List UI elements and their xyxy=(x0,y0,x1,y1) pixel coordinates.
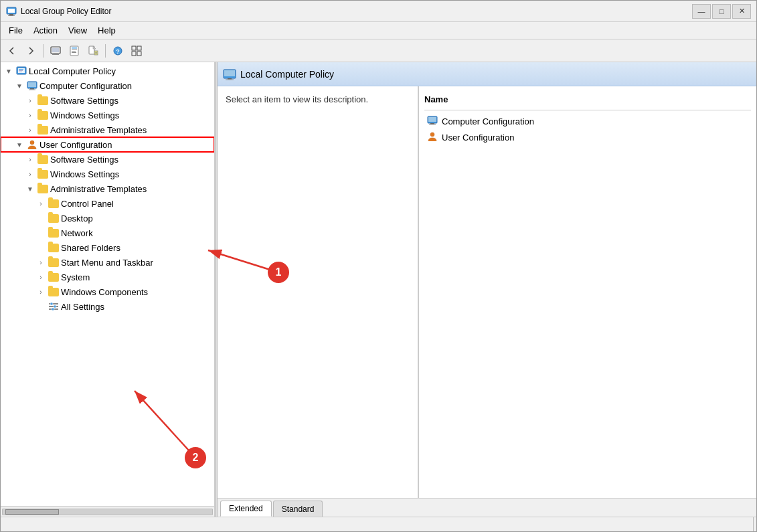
list-item-icon-user xyxy=(427,131,438,144)
node-label-desktop: Desktop xyxy=(61,213,93,224)
tree-node-start-menu[interactable]: › Start Menu and Taskbar xyxy=(1,255,214,270)
svg-rect-42 xyxy=(428,117,436,122)
expand-icon-ws1: › xyxy=(25,110,35,120)
expand-icon-dt xyxy=(35,213,46,224)
content-panel: Local Computer Policy Select an item to … xyxy=(218,62,756,517)
description-text: Select an item to view its description. xyxy=(226,94,368,104)
list-item-label-user: User Configuration xyxy=(442,132,514,143)
tree-node-system[interactable]: › System xyxy=(1,270,214,284)
svg-rect-5 xyxy=(52,48,59,52)
tree-node-software-settings-1[interactable]: › Software Settings xyxy=(1,93,214,108)
folder-icon-ss2 xyxy=(37,154,48,165)
node-label-local-computer-policy: Local Computer Policy xyxy=(29,66,116,76)
up-button[interactable] xyxy=(47,42,64,60)
folder-icon-net xyxy=(48,228,59,238)
menu-file[interactable]: File xyxy=(3,24,28,37)
svg-text:?: ? xyxy=(116,48,120,55)
expand-icon-cc: ▼ xyxy=(14,80,25,91)
tree-node-windows-settings-2[interactable]: › Windows Settings xyxy=(1,167,214,181)
policy-button[interactable] xyxy=(66,42,83,60)
svg-rect-10 xyxy=(72,50,77,50)
tree-node-desktop[interactable]: Desktop xyxy=(1,211,214,226)
node-label-shared-folders: Shared Folders xyxy=(61,243,120,253)
menu-action[interactable]: Action xyxy=(28,24,63,37)
tree-node-computer-configuration[interactable]: ▼ Computer Configuration xyxy=(1,78,214,93)
scrollbar-track xyxy=(2,509,213,515)
toolbar-separator-1 xyxy=(43,44,44,58)
list-item-user-config[interactable]: User Configuration xyxy=(424,129,751,145)
list-item-computer-config[interactable]: Computer Configuration xyxy=(424,113,751,129)
tab-extended[interactable]: Extended xyxy=(220,501,272,517)
svg-rect-20 xyxy=(137,52,141,56)
svg-rect-24 xyxy=(19,70,23,71)
tree-horizontal-scrollbar[interactable] xyxy=(1,506,214,517)
tree-node-all-settings[interactable]: All Settings xyxy=(1,299,214,314)
svg-rect-19 xyxy=(132,52,136,56)
folder-icon-ss1 xyxy=(37,95,48,106)
node-label-start-menu: Start Menu and Taskbar xyxy=(61,258,153,268)
node-label-admin-templates-2: Administrative Templates xyxy=(50,184,147,194)
close-button[interactable]: ✕ xyxy=(732,4,751,19)
svg-point-30 xyxy=(30,141,34,145)
svg-rect-17 xyxy=(132,46,136,50)
folder-icon-sm xyxy=(48,257,59,268)
content-body: Select an item to view its description. … xyxy=(218,86,756,498)
node-label-windows-components: Windows Components xyxy=(61,287,148,297)
description-pane: Select an item to view its description. xyxy=(218,86,418,498)
scrollbar-thumb[interactable] xyxy=(5,509,59,515)
settings-icon-as xyxy=(48,301,59,312)
export-button[interactable] xyxy=(84,42,102,60)
folder-icon-wc xyxy=(48,286,59,297)
folder-icon-ws2 xyxy=(37,169,48,179)
tab-standard[interactable]: Standard xyxy=(273,501,323,517)
tree-node-software-settings-2[interactable]: › Software Settings xyxy=(1,152,214,167)
node-label-computer-config: Computer Configuration xyxy=(39,81,132,91)
expand-icon-at2: ▼ xyxy=(25,183,35,194)
toolbar: ? xyxy=(1,39,756,62)
folder-icon-sys xyxy=(48,272,59,282)
expand-icon-sys: › xyxy=(35,272,46,282)
svg-rect-3 xyxy=(8,15,15,16)
window-controls: — □ ✕ xyxy=(692,4,751,19)
expand-icon: ▼ xyxy=(3,66,14,76)
content-header-title: Local Computer Policy xyxy=(240,69,334,80)
tree-node-local-computer-policy[interactable]: ▼ Local Computer Policy xyxy=(1,64,214,78)
svg-rect-44 xyxy=(429,124,436,124)
svg-rect-43 xyxy=(430,123,434,124)
expand-icon-cp: › xyxy=(35,198,46,209)
menu-view[interactable]: View xyxy=(63,24,92,37)
tree-node-network[interactable]: Network xyxy=(1,226,214,240)
svg-rect-18 xyxy=(137,46,141,50)
tree-node-shared-folders[interactable]: Shared Folders xyxy=(1,240,214,255)
tree-content[interactable]: ▼ Local Computer Policy ▼ xyxy=(1,62,214,506)
back-button[interactable] xyxy=(3,42,21,60)
computer-config-icon xyxy=(27,80,37,91)
expand-icon-sm: › xyxy=(35,257,46,268)
svg-rect-6 xyxy=(54,54,58,54)
svg-rect-2 xyxy=(9,14,13,15)
view-button[interactable] xyxy=(128,42,145,60)
tree-node-user-configuration[interactable]: ▼ User Configuration xyxy=(1,137,214,152)
svg-rect-7 xyxy=(52,54,59,55)
tree-node-control-panel[interactable]: › Control Panel xyxy=(1,196,214,211)
user-config-icon xyxy=(27,139,37,150)
node-label-windows-settings-1: Windows Settings xyxy=(50,110,119,120)
menu-help[interactable]: Help xyxy=(92,24,121,37)
tree-node-windows-settings-1[interactable]: › Windows Settings xyxy=(1,108,214,122)
tree-node-admin-templates-1[interactable]: › Administrative Templates xyxy=(1,122,214,137)
title-bar: Local Group Policy Editor — □ ✕ xyxy=(1,1,756,22)
content-header: Local Computer Policy xyxy=(218,62,756,86)
svg-rect-9 xyxy=(72,48,77,49)
tree-node-windows-components[interactable]: › Windows Components xyxy=(1,284,214,299)
maximize-button[interactable]: □ xyxy=(712,4,731,19)
node-label-user-config: User Configuration xyxy=(39,140,112,150)
minimize-button[interactable]: — xyxy=(692,4,711,19)
window-title: Local Group Policy Editor xyxy=(21,7,692,16)
forward-button[interactable] xyxy=(22,42,39,60)
expand-icon-sf xyxy=(35,242,46,253)
svg-rect-27 xyxy=(28,82,36,87)
svg-rect-1 xyxy=(8,9,15,13)
tree-node-admin-templates-2[interactable]: ▼ Administrative Templates xyxy=(1,181,214,196)
help-button[interactable]: ? xyxy=(109,42,127,60)
expand-icon-ws2: › xyxy=(25,169,35,179)
